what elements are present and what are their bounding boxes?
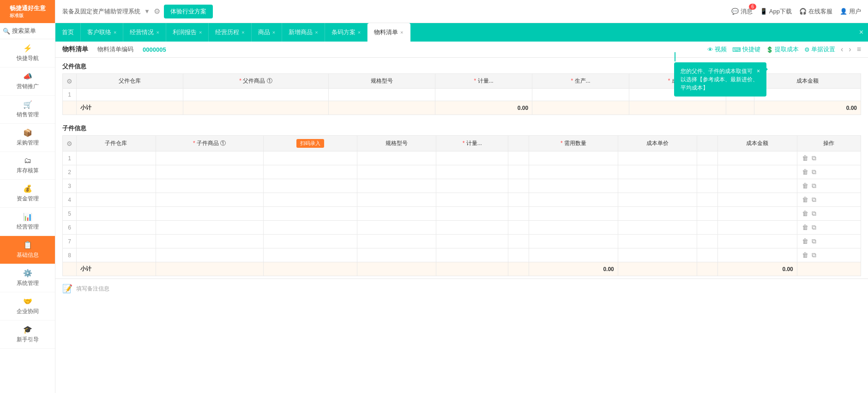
parent-row-1-spec[interactable] [328, 89, 435, 101]
tab-goods-close[interactable]: × [272, 30, 275, 35]
sidebar-item-purchase[interactable]: 📦 采购管理 [0, 124, 55, 152]
child-row-5-qty[interactable] [529, 207, 618, 221]
child-row-1-warehouse[interactable] [77, 151, 156, 165]
child-row-6-delete[interactable]: 🗑 [802, 224, 808, 231]
parent-row-1-unit[interactable] [435, 89, 532, 101]
sidebar-item-finance[interactable]: 💰 资金管理 [0, 180, 55, 208]
child-row-1-spec[interactable] [357, 151, 436, 165]
child-row-8-spec[interactable] [357, 248, 436, 262]
child-row-2-amount[interactable] [718, 165, 797, 179]
tooltip-close[interactable]: × [757, 67, 760, 75]
tab-barcode-close[interactable]: × [358, 30, 361, 35]
child-row-5-spec[interactable] [357, 207, 436, 221]
child-row-2-goods[interactable] [156, 165, 263, 179]
child-row-7-unit[interactable] [436, 235, 508, 248]
message-badge-item[interactable]: 💬 消息 6 [731, 7, 753, 16]
child-row-4-warehouse[interactable] [77, 193, 156, 207]
tab-bom-close[interactable]: × [400, 30, 403, 35]
child-row-3-spec[interactable] [357, 179, 436, 193]
user-item[interactable]: 👤 用户 [840, 7, 861, 16]
child-row-2-warehouse[interactable] [77, 165, 156, 179]
child-row-7-delete[interactable]: 🗑 [802, 237, 808, 245]
nav-prev[interactable]: ‹ [841, 45, 843, 54]
child-row-8-qty[interactable] [529, 248, 618, 262]
child-row-6-warehouse[interactable] [77, 221, 156, 235]
child-row-4-unit[interactable] [436, 193, 508, 207]
child-row-6-copy[interactable]: ⧉ [812, 224, 816, 231]
child-row-6-amount[interactable] [718, 221, 797, 235]
child-row-7-copy[interactable]: ⧉ [812, 237, 816, 245]
parent-row-1-amount[interactable] [754, 89, 861, 101]
doc-settings-action[interactable]: ⚙ 单据设置 [804, 45, 835, 54]
child-row-3-warehouse[interactable] [77, 179, 156, 193]
child-row-5-amount[interactable] [718, 207, 797, 221]
view-action[interactable]: 👁 视频 [707, 45, 727, 54]
child-row-2-delete[interactable]: 🗑 [802, 168, 808, 175]
child-row-5-unit-cost[interactable] [618, 207, 697, 221]
tab-goods[interactable]: 商品 × [252, 23, 282, 42]
child-row-8-goods[interactable] [156, 248, 263, 262]
child-row-1-unit[interactable] [436, 151, 508, 165]
sidebar-item-system[interactable]: ⚙️ 系统管理 [0, 264, 55, 292]
parent-row-1-warehouse[interactable] [77, 89, 183, 101]
close-all-tabs[interactable]: × [855, 28, 868, 36]
child-row-1-unit-cost[interactable] [618, 151, 697, 165]
parent-row-1-production[interactable] [532, 89, 629, 101]
tab-customer-close[interactable]: × [114, 30, 116, 35]
child-row-8-amount[interactable] [718, 248, 797, 262]
child-row-7-unit-cost[interactable] [618, 235, 697, 248]
child-row-2-spec[interactable] [357, 165, 436, 179]
child-row-2-unit-cost[interactable] [618, 165, 697, 179]
scan-button[interactable]: 扫码录入 [296, 139, 324, 148]
child-row-5-goods[interactable] [156, 207, 263, 221]
child-row-1-qty[interactable] [529, 151, 618, 165]
child-row-4-qty[interactable] [529, 193, 618, 207]
child-row-3-qty[interactable] [529, 179, 618, 193]
child-row-3-goods[interactable] [156, 179, 263, 193]
child-row-5-unit[interactable] [436, 207, 508, 221]
child-row-8-copy[interactable]: ⧉ [812, 251, 816, 259]
child-row-8-delete[interactable]: 🗑 [802, 251, 808, 259]
child-row-6-spec[interactable] [357, 221, 436, 235]
nav-next[interactable]: › [849, 45, 851, 54]
child-row-3-delete[interactable]: 🗑 [802, 182, 808, 189]
child-row-7-goods[interactable] [156, 235, 263, 248]
child-settings-icon[interactable]: ⚙ [66, 140, 72, 147]
tab-business[interactable]: 经营情况 × [123, 23, 166, 42]
parent-row-1-goods[interactable] [183, 89, 328, 101]
sidebar-item-basic-info[interactable]: 📋 基础信息 [0, 236, 55, 264]
child-row-4-delete[interactable]: 🗑 [802, 196, 808, 203]
tab-home[interactable]: 首页 [55, 23, 81, 42]
sidebar-item-guide[interactable]: 🎓 新手引导 [0, 320, 55, 349]
child-row-1-amount[interactable] [718, 151, 797, 165]
child-row-4-goods[interactable] [156, 193, 263, 207]
online-service-item[interactable]: 🎧 在线客服 [799, 7, 832, 16]
child-row-3-amount[interactable] [718, 179, 797, 193]
parent-settings-icon[interactable]: ⚙ [66, 78, 72, 85]
child-row-3-copy[interactable]: ⧉ [812, 182, 816, 189]
child-row-5-delete[interactable]: 🗑 [802, 210, 808, 217]
child-row-8-unit[interactable] [436, 248, 508, 262]
tab-bom[interactable]: 物料清单 × [368, 23, 410, 42]
settings-icon[interactable]: ⚙ [154, 7, 160, 16]
sidebar-item-stock[interactable]: 🗂 库存核算 [0, 152, 55, 180]
trial-button[interactable]: 体验行业方案 [164, 5, 213, 18]
child-row-2-unit[interactable] [436, 165, 508, 179]
tab-new-goods[interactable]: 新增商品 × [282, 23, 325, 42]
sidebar-item-sales[interactable]: 🛒 销售管理 [0, 96, 55, 124]
child-row-1-delete[interactable]: 🗑 [802, 154, 808, 162]
child-row-4-copy[interactable]: ⧉ [812, 196, 816, 203]
shortcut-action[interactable]: ⌨ 快捷键 [732, 45, 760, 54]
child-row-6-unit[interactable] [436, 221, 508, 235]
child-row-2-copy[interactable]: ⧉ [812, 168, 816, 175]
child-row-7-qty[interactable] [529, 235, 618, 248]
app-download-item[interactable]: 📱 App下载 [760, 7, 792, 16]
tab-profit-close[interactable]: × [199, 30, 202, 35]
child-row-7-spec[interactable] [357, 235, 436, 248]
sidebar-item-operations[interactable]: 📊 经营管理 [0, 208, 55, 236]
child-row-3-unit[interactable] [436, 179, 508, 193]
dropdown-icon[interactable]: ▼ [144, 8, 150, 15]
child-row-4-amount[interactable] [718, 193, 797, 207]
child-row-1-copy[interactable]: ⧉ [812, 154, 816, 162]
child-row-5-copy[interactable]: ⧉ [812, 210, 816, 217]
